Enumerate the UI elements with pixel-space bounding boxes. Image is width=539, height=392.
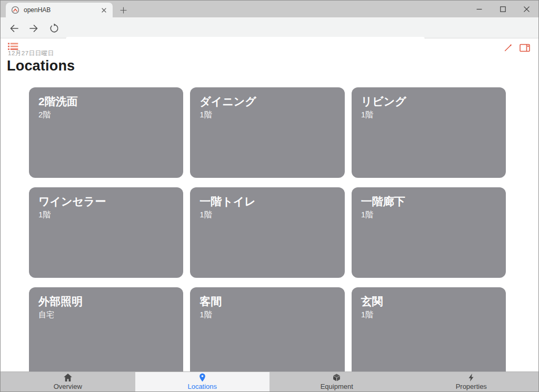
- card-subtitle: 2階: [38, 110, 174, 120]
- close-window-button[interactable]: [515, 1, 538, 17]
- card-subtitle: 自宅: [38, 310, 174, 320]
- card-title: 一階廊下: [361, 194, 496, 208]
- cards-grid: 2階洗面 2階 ダイニング 1階 リビング 1階 ワインセラー 1階 一階トイレ…: [1, 87, 538, 378]
- card-subtitle: 1階: [199, 110, 335, 120]
- tab-properties[interactable]: Properties: [404, 372, 539, 391]
- tab-equipment[interactable]: Equipment: [270, 372, 404, 391]
- browser-titlebar: openHAB: [1, 1, 538, 17]
- location-card[interactable]: 玄関 1階: [352, 287, 506, 378]
- card-title: 玄関: [361, 294, 496, 308]
- bottom-tabbar: Overview Locations Equipment: [1, 371, 538, 391]
- browser-toolbar: [1, 17, 538, 38]
- lightning-bolt-icon: [468, 373, 474, 382]
- browser-tab-openhab[interactable]: openHAB: [6, 3, 113, 17]
- card-subtitle: 1階: [199, 210, 335, 220]
- minimize-button[interactable]: [467, 1, 491, 17]
- tab-label: Overview: [54, 383, 82, 390]
- new-tab-button[interactable]: [117, 5, 129, 15]
- location-card[interactable]: 一階トイレ 1階: [190, 187, 344, 278]
- card-title: 外部照明: [38, 294, 174, 308]
- tab-label: Properties: [456, 383, 487, 390]
- page-date: 12月27日日曜日: [8, 49, 75, 57]
- tab-title: openHAB: [24, 6, 99, 14]
- card-title: ダイニング: [199, 94, 335, 108]
- location-card[interactable]: 一階廊下 1階: [352, 187, 506, 278]
- back-button[interactable]: [7, 22, 21, 35]
- location-card[interactable]: ダイニング 1階: [190, 87, 344, 178]
- card-subtitle: 1階: [38, 210, 174, 220]
- page-title: Locations: [7, 58, 75, 74]
- card-title: 客間: [199, 294, 335, 308]
- location-card[interactable]: ワインセラー 1階: [29, 187, 183, 278]
- card-subtitle: 1階: [361, 310, 496, 320]
- location-card[interactable]: 2階洗面 2階: [29, 87, 183, 178]
- browser-window: openHAB: [0, 0, 539, 392]
- home-icon: [63, 373, 73, 382]
- refresh-button[interactable]: [47, 22, 61, 35]
- card-subtitle: 1階: [199, 310, 335, 320]
- card-subtitle: 1階: [361, 210, 496, 220]
- tab-label: Equipment: [321, 383, 353, 390]
- tab-overview[interactable]: Overview: [1, 372, 135, 391]
- location-card[interactable]: リビング 1階: [352, 87, 506, 178]
- maximize-button[interactable]: [491, 1, 515, 17]
- card-title: ワインセラー: [38, 194, 174, 208]
- equipment-box-icon: [332, 373, 341, 382]
- card-subtitle: 1階: [361, 110, 496, 120]
- card-title: 2階洗面: [38, 94, 174, 108]
- edit-pencil-icon[interactable]: [502, 42, 514, 54]
- tab-locations[interactable]: Locations: [135, 372, 270, 391]
- openhab-favicon: [11, 6, 19, 14]
- tab-label: Locations: [187, 383, 217, 390]
- location-card[interactable]: 外部照明 自宅: [29, 287, 183, 378]
- openhab-page: 12月27日日曜日 Locations 2階洗面 2階 ダイニング 1階 リビン…: [1, 39, 538, 391]
- card-title: リビング: [361, 94, 496, 108]
- forward-button[interactable]: [27, 22, 41, 35]
- sidebar-panel-icon[interactable]: [518, 42, 531, 54]
- location-card[interactable]: 客間 1階: [190, 287, 344, 378]
- card-title: 一階トイレ: [199, 194, 335, 208]
- location-pin-icon: [199, 373, 206, 382]
- tab-close-icon[interactable]: [99, 5, 108, 15]
